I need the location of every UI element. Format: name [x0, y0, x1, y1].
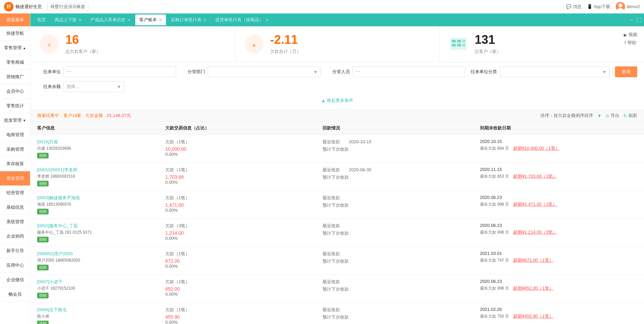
top-bar-left: 好 畅捷通好生意 母婴行业演示账套 [4, 2, 88, 11]
sidebar-item-member-vip[interactable]: 畅会员 [0, 287, 30, 302]
sidebar-item-purchase-mgmt[interactable]: 采购管理 [0, 142, 30, 157]
tab-product-offshelf[interactable]: 商品上下架 ✕ [51, 14, 86, 25]
customer-input[interactable]: ··· [63, 66, 176, 77]
sidebar-item-marketing[interactable]: 营销推广 [0, 70, 30, 84]
tab-maximize-icon[interactable]: ⛶ [637, 17, 641, 23]
tab-customer-account-close[interactable]: ✕ [159, 18, 162, 22]
svg-text:◈: ◈ [252, 42, 256, 48]
dept-select[interactable]: ▼ [208, 66, 320, 77]
table-row: [0006]去下粮仓 陈小弟 现销 欠款（1笔） 455.90 0.00% 最近… [30, 303, 644, 324]
sidebar-item-corp-collab[interactable]: 企业协同 [0, 229, 30, 244]
svg-rect-10 [457, 44, 461, 47]
overdue-cell-0007: 2020.06.23 最长欠款 998 天 超期¥652.00（1笔） [480, 279, 637, 291]
sidebar-item-ecom-mgmt[interactable]: 电商管理 [0, 128, 30, 142]
sidebar-item-retail-mall[interactable]: 零售商城 [0, 55, 30, 70]
message-button[interactable]: 💬 消息 [566, 4, 582, 10]
sidebar-item-batch-mgmt[interactable]: 批发管理 ▼ [0, 113, 30, 128]
collapse-bar[interactable]: ▲ 收起更多条件 [37, 96, 637, 105]
svg-rect-11 [463, 40, 465, 42]
tab-home-label: 首页 [37, 17, 46, 23]
col-debt-info: 欠款交易信息（占比） [165, 125, 323, 131]
user-avatar[interactable]: demo2 [616, 2, 640, 11]
tab-product-inbound-close[interactable]: ✕ [128, 18, 131, 22]
message-icon: 💬 [566, 4, 571, 9]
sidebar-item-finance-mgmt[interactable]: 资金管理 [0, 171, 30, 186]
sidebar-item-inventory[interactable]: 库存核算 [0, 157, 30, 171]
balance-arrow-icon: ▼ [117, 84, 121, 89]
customer-name-00010200001[interactable]: [0001020001]李老师 [37, 167, 77, 172]
tab-inbound-stats[interactable]: 进货单统计表（按商品） ✕ [211, 14, 273, 25]
overdue-link-0016[interactable]: 超期¥10,000.00（1笔） [513, 146, 559, 151]
store-name[interactable]: 母婴行业演示账套 [47, 3, 88, 11]
customer-cell-0002: [0002]服务中心_丁磊 服务中心_丁磊 181 0125 8371 现销 [37, 223, 165, 242]
sidebar-search[interactable]: 搜索菜单 [0, 13, 30, 26]
tab-product-inbound[interactable]: 产成品入库单历史 ✕ [86, 14, 135, 25]
svg-rect-12 [463, 44, 465, 47]
sidebar-item-ops-mgmt[interactable]: 经营管理 [0, 186, 30, 200]
collect-cell-0003: 最近收款 预计下次收款 [323, 195, 480, 208]
result-info: 搜索结果中，客户16家 欠款金额 -21,148.07元 [37, 113, 131, 119]
overdue-link-00010200001[interactable]: 超期¥1,703.68（1笔） [513, 174, 557, 179]
refresh-icon: ↻ [623, 113, 627, 118]
customer-name-0007[interactable]: [0007]小进干 [37, 279, 62, 284]
refresh-button[interactable]: ↻ 刷新 [623, 113, 637, 119]
logo-area: 好 畅捷通好生意 [4, 2, 42, 11]
app-download-button[interactable]: 📱 App下载 [587, 4, 610, 10]
overdue-cell-00010200001: 2020.11.15 最长欠款 853 天 超期¥1,703.68（1笔） [480, 167, 637, 179]
sidebar: 搜索菜单 快捷导航 零售管理 ▲ 零售商城 营销推广 会员中心 零售统计 批发管… [0, 13, 30, 324]
customer-name-000002[interactable]: [000002]用户2050 [37, 251, 73, 256]
sidebar-item-basic-info[interactable]: 基础信息 [0, 200, 30, 215]
table-row: [0002]服务中心_丁磊 服务中心_丁磊 181 0125 8371 现销 欠… [30, 219, 644, 247]
customer-name-0002[interactable]: [0002]服务中心_丁磊 [37, 223, 78, 228]
debt-cell-0003: 欠款（1笔） 1,471.00 0.00% [165, 195, 323, 213]
export-button[interactable]: ⊙ 导出 [606, 113, 619, 119]
customer-name-0016[interactable]: [0016]吕俊 [37, 139, 58, 144]
manager-input[interactable]: ··· [353, 66, 465, 77]
sidebar-item-retail-stats[interactable]: 零售统计 [0, 99, 30, 113]
overdue-link-0006[interactable]: 超期¥455.90（1笔） [513, 314, 553, 319]
table-row: [0016]吕俊 吕俊 13026203696 现销 欠款（1笔） 10,000… [30, 135, 644, 163]
customer-phone-00010200001: 李老师 18600391516 [37, 174, 165, 179]
sidebar-item-sys-mgmt[interactable]: 系统管理 [0, 215, 30, 229]
tab-home[interactable]: 首页 [33, 14, 50, 25]
table-row: [0003]畅捷服务尹海燕 海燕 18513066976 现销 欠款（1笔） 1… [30, 191, 644, 219]
tab-purchase-order-stats[interactable]: 采购订单统计表 ✕ [167, 14, 211, 25]
customer-name-0003[interactable]: [0003]畅捷服务尹海燕 [37, 195, 80, 200]
svg-rect-8 [452, 44, 456, 47]
customer-tag-0007: 现销 [37, 293, 49, 298]
sidebar-item-corp-wechat[interactable]: 企业微信 [0, 273, 30, 287]
filter-customer-label: 往来单位 [37, 69, 61, 75]
overdue-link-0007[interactable]: 超期¥652.00（1笔） [513, 286, 553, 291]
result-prefix: 搜索结果中，客户16家 [37, 113, 81, 118]
customer-name-0006[interactable]: [0006]去下粮仓 [37, 307, 67, 312]
sidebar-item-member[interactable]: 会员中心 [0, 84, 30, 99]
video-action[interactable]: ▶ 视频 [624, 32, 637, 38]
logo-icon: 好 [4, 2, 13, 11]
table-row: [0001020001]李老师 李老师 18600391516 现销 欠款（1笔… [30, 163, 644, 191]
category-select[interactable]: ▼ [500, 66, 610, 77]
sidebar-item-retail-mgmt[interactable]: 零售管理 ▲ [0, 41, 30, 55]
tab-purchase-order-stats-close[interactable]: ✕ [203, 18, 206, 22]
overdue-link-0003[interactable]: 超期¥1,471.00（1笔） [513, 202, 557, 207]
customer-tag-0006: 现销 [37, 321, 49, 324]
col-customer-info: 客户信息 [37, 125, 165, 131]
manager-dots-icon: ··· [356, 68, 361, 74]
overdue-link-000002[interactable]: 超期¥672.00（1笔） [513, 258, 553, 263]
help-action[interactable]: ? 帮助 [624, 40, 637, 46]
sidebar-quick-nav[interactable]: 快捷导航 [0, 26, 30, 41]
tab-purchase-order-stats-label: 采购订单统计表 [171, 17, 201, 23]
svg-rect-7 [452, 40, 456, 42]
stat-number-debt-customers: 16 [65, 33, 101, 47]
sidebar-item-newbie[interactable]: 新手引导 [0, 244, 30, 258]
stat-info-debt-amount: -2.11 欠款合计（万） [270, 33, 301, 55]
filter-row-2: 往来余额 选择... ▼ [37, 81, 637, 92]
query-button[interactable]: 查询 [615, 66, 637, 77]
overdue-link-0002[interactable]: 超期¥1,214.00（3笔） [513, 230, 557, 235]
tab-product-offshelf-close[interactable]: ✕ [79, 18, 82, 22]
tab-minimize-icon[interactable]: － [629, 17, 634, 23]
tab-inbound-stats-close[interactable]: ✕ [265, 18, 269, 22]
sidebar-item-app-center[interactable]: 应用中心 [0, 258, 30, 273]
tab-customer-account[interactable]: 客户账本 ✕ [135, 14, 166, 25]
category-arrow-icon: ▼ [602, 69, 607, 75]
balance-select[interactable]: 选择... ▼ [63, 81, 124, 92]
